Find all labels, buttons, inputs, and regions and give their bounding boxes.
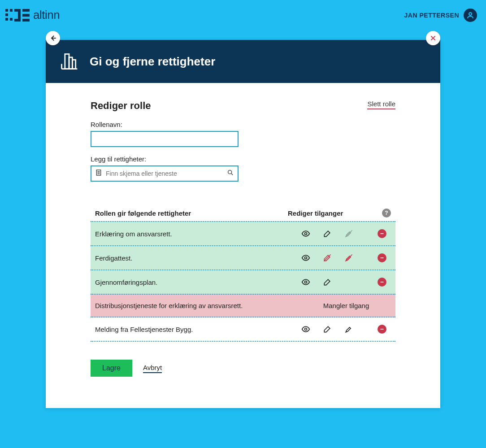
sign-icon-struck[interactable]: [344, 253, 353, 262]
right-name: Ferdigattest.: [95, 254, 301, 262]
save-button[interactable]: Lagre: [91, 360, 132, 377]
missing-access-label: Mangler tilgang: [301, 302, 391, 309]
svg-point-23: [305, 233, 307, 235]
svg-line-24: [346, 231, 352, 237]
view-icon[interactable]: [301, 278, 310, 287]
rights-table-header: Rollen gir følgende rettigheter Rediger …: [91, 209, 395, 222]
svg-rect-5: [14, 9, 21, 12]
col-edit-header: Rediger tilganger: [288, 209, 378, 217]
help-icon[interactable]: ?: [382, 209, 391, 217]
right-name: Melding fra Fellestjenester Bygg.: [95, 326, 301, 333]
svg-rect-3: [5, 18, 8, 21]
brand-logo[interactable]: altinn: [5, 8, 60, 22]
right-row-missing: Distribusjonstjeneste for erklæring av a…: [91, 294, 395, 318]
sign-icon: [344, 229, 353, 238]
delete-role-link[interactable]: Slett rolle: [367, 100, 395, 109]
svg-rect-6: [18, 12, 21, 19]
svg-rect-2: [5, 13, 8, 16]
svg-point-32: [305, 328, 307, 331]
col-name-header: Rollen gir følgende rettigheter: [95, 209, 288, 217]
right-name: Erklæring om ansvarsrett.: [95, 230, 301, 238]
user-menu[interactable]: JAN PETTERSEN: [404, 9, 477, 22]
edit-icon-struck[interactable]: [323, 253, 332, 262]
svg-rect-9: [22, 14, 30, 17]
logo-icon: [5, 9, 30, 22]
right-name: Distribusjonstjeneste for erklæring av a…: [95, 302, 301, 309]
building-icon: [59, 52, 79, 71]
user-name: JAN PETTERSEN: [404, 12, 459, 19]
brand-name: altinn: [33, 8, 60, 22]
view-icon[interactable]: [301, 229, 310, 238]
remove-button[interactable]: [378, 229, 386, 238]
svg-rect-10: [22, 19, 30, 22]
sign-icon-empty: [344, 278, 353, 287]
search-icon[interactable]: [227, 169, 234, 178]
svg-rect-0: [5, 9, 8, 12]
edit-icon[interactable]: [323, 229, 332, 238]
svg-rect-4: [10, 18, 13, 21]
remove-button[interactable]: [378, 253, 386, 262]
add-rights-label: Legg til rettigheter:: [91, 155, 395, 163]
close-button[interactable]: [426, 31, 440, 45]
svg-rect-14: [72, 60, 75, 69]
edit-icon[interactable]: [323, 325, 332, 334]
view-icon[interactable]: [301, 253, 310, 262]
right-name: Gjennomføringsplan.: [95, 278, 301, 286]
rolename-input[interactable]: [91, 131, 239, 147]
svg-point-26: [305, 257, 307, 259]
main-panel: Gi og fjerne rettigheter Rediger rolle S…: [46, 40, 440, 408]
svg-point-11: [469, 13, 472, 15]
avatar: [464, 9, 477, 22]
sign-icon[interactable]: [344, 325, 353, 334]
svg-point-30: [305, 281, 307, 283]
back-button[interactable]: [46, 31, 60, 45]
svg-point-21: [228, 170, 232, 174]
search-input[interactable]: [106, 170, 223, 177]
view-icon[interactable]: [301, 325, 310, 334]
document-icon: [95, 169, 102, 178]
cancel-link[interactable]: Avbryt: [143, 364, 162, 373]
panel-title: Gi og fjerne rettigheter: [90, 55, 215, 69]
svg-line-22: [231, 174, 233, 175]
remove-button[interactable]: [378, 325, 386, 334]
svg-line-28: [346, 255, 352, 261]
panel-header: Gi og fjerne rettigheter: [46, 40, 440, 83]
remove-button[interactable]: [378, 278, 386, 287]
section-title: Rediger rolle: [91, 100, 151, 112]
right-row: Gjennomføringsplan.: [91, 270, 395, 295]
right-row: Melding fra Fellestjenester Bygg.: [91, 317, 395, 342]
right-row: Erklæring om ansvarsrett.: [91, 221, 395, 246]
svg-rect-8: [22, 9, 30, 12]
edit-icon[interactable]: [323, 278, 332, 287]
right-row: Ferdigattest.: [91, 245, 395, 270]
search-wrapper: [91, 165, 239, 182]
svg-rect-1: [10, 9, 13, 12]
rolename-label: Rollenavn:: [91, 121, 395, 128]
svg-rect-7: [14, 19, 21, 22]
